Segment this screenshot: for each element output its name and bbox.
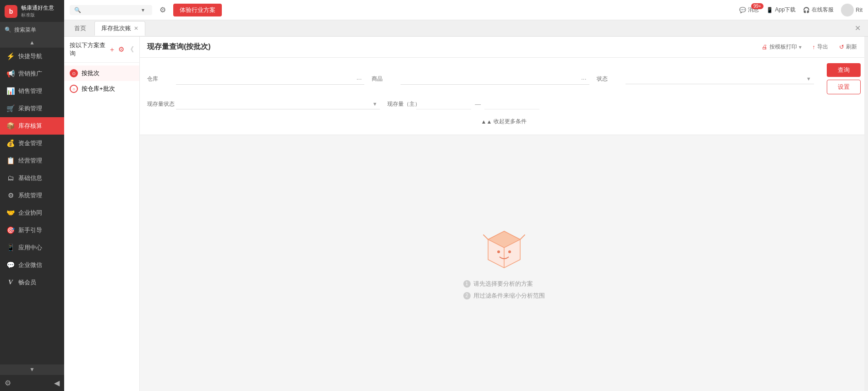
svg-line-5 — [483, 235, 488, 239]
plan-item-batch[interactable]: ⊙ 按批次 — [64, 65, 139, 81]
filter-action-buttons: 查询 设置 — [827, 63, 861, 94]
svg-point-3 — [497, 250, 500, 253]
sidebar-item-wechat[interactable]: 💬 企业微信 — [0, 256, 64, 274]
export-button[interactable]: ↑ 导出 — [809, 41, 832, 53]
collapse-filter-button[interactable]: ▲▲ 收起更多条件 — [147, 114, 861, 129]
inventory-status-arrow: ▼ — [372, 101, 377, 107]
scroll-down-button[interactable]: ▼ — [0, 364, 64, 375]
sidebar-item-member[interactable]: V 畅会员 — [0, 274, 64, 291]
close-panel-button[interactable]: ✕ — [851, 24, 864, 33]
search-menu-item[interactable]: 🔍 搜索菜单 — [0, 22, 64, 38]
collapse-filter-label: 收起更多条件 — [494, 118, 527, 125]
svg-point-4 — [508, 250, 511, 253]
print-button[interactable]: 🖨 按模板打印 ▾ — [758, 41, 805, 53]
scroll-up-button[interactable]: ▲ — [0, 38, 64, 48]
tab-close-button[interactable]: ✕ — [134, 25, 138, 32]
page-header: 现存量查询(按批次) 🖨 按模板打印 ▾ ↑ 导出 ↺ 刷新 — [140, 37, 868, 58]
topbar-right: 💬 消息 99+ 📱 App下载 🎧 在线客服 Rit — [739, 4, 863, 16]
wechat-label: 企业微信 — [18, 261, 42, 269]
sidebar-item-quick-nav[interactable]: ⚡ 快捷导航 — [0, 48, 64, 65]
plan-item-warehouse-batch[interactable]: ○ 按仓库+批次 — [64, 81, 139, 97]
export-icon: ↑ — [813, 43, 816, 50]
sidebar-item-purchase[interactable]: 🛒 采购管理 — [0, 100, 64, 117]
user-menu[interactable]: Rit — [841, 4, 863, 16]
sidebar-settings-button[interactable]: ⚙ — [5, 379, 11, 387]
sidebar-item-basic[interactable]: 🗂 基础信息 — [0, 169, 64, 187]
empty-tip-1: 1 请先选择要分析的方案 — [463, 280, 545, 288]
tip-text-2: 用过滤条件来缩小分析范围 — [473, 292, 545, 300]
refresh-icon: ↺ — [839, 43, 844, 50]
sidebar-item-inventory[interactable]: 📦 库存核算 — [0, 117, 64, 135]
main-area: 🔍 ▾ ⚙ 体验行业方案 💬 消息 99+ 📱 App下载 🎧 在线客服 — [64, 0, 868, 391]
warehouse-input[interactable] — [179, 76, 355, 82]
tab-home-label: 首页 — [74, 24, 86, 33]
query-button[interactable]: 查询 — [827, 63, 861, 77]
sidebar-item-finance[interactable]: 💰 资金管理 — [0, 135, 64, 152]
topbar-search-box[interactable]: 🔍 ▾ — [70, 5, 152, 15]
wechat-icon: 💬 — [6, 261, 15, 269]
inventory-qty-label: 现存量（主） — [387, 100, 412, 108]
message-button[interactable]: 💬 消息 99+ — [739, 6, 759, 14]
topbar-search-input[interactable] — [84, 7, 139, 13]
right-scrollbar[interactable] — [864, 37, 868, 391]
page-title: 现存量查询(按批次) — [147, 42, 211, 52]
plan-warehouse-batch-label: 按仓库+批次 — [82, 85, 115, 93]
avatar — [841, 4, 854, 16]
inventory-status-select[interactable]: 有库存 无库存 全部 — [179, 101, 372, 107]
sidebar-item-newcomer[interactable]: 🎯 新手引导 — [0, 222, 64, 239]
app-name: 畅康通好生意 — [21, 5, 54, 12]
sales-icon: 📊 — [6, 87, 15, 95]
topbar-search-icon: 🔍 — [74, 7, 81, 13]
collapse-panel-button[interactable]: 《 — [127, 45, 134, 54]
topbar-search-dropdown[interactable]: ▾ — [142, 7, 144, 13]
status-select[interactable]: 正常 停用 — [628, 76, 806, 82]
setup-button[interactable]: 设置 — [827, 80, 861, 94]
print-dropdown-icon: ▾ — [799, 44, 802, 50]
plan-settings-button[interactable]: ⚙ — [118, 45, 124, 54]
warehouse-label: 仓库 — [147, 75, 172, 83]
topbar-settings-button[interactable]: ⚙ — [156, 3, 170, 17]
sidebar-item-sales[interactable]: 📊 销售管理 — [0, 82, 64, 100]
warehouse-input-box: ··· — [176, 73, 364, 85]
sidebar-item-system[interactable]: ⚙ 系统管理 — [0, 187, 64, 204]
experience-button[interactable]: 体验行业方案 — [173, 4, 222, 16]
tab-home[interactable]: 首页 — [68, 22, 93, 35]
product-filter-group: 商品 ··· — [372, 73, 589, 85]
status-filter-group: 状态 正常 停用 ▼ — [597, 74, 814, 84]
purchase-icon: 🛒 — [6, 104, 15, 113]
page-area: 按以下方案查询 ＋ ⚙ 《 ⊙ 按批次 ○ 按仓库+批次 — [64, 37, 868, 391]
warehouse-more-icon[interactable]: ··· — [357, 75, 362, 82]
newcomer-icon: 🎯 — [6, 226, 15, 234]
quick-nav-icon: ⚡ — [6, 52, 15, 60]
marketing-icon: 📢 — [6, 70, 15, 78]
print-icon: 🖨 — [762, 43, 768, 50]
basic-label: 基础信息 — [18, 174, 42, 182]
sidebar-item-operations[interactable]: 📋 经营管理 — [0, 152, 64, 169]
product-more-icon[interactable]: ··· — [581, 75, 587, 82]
system-label: 系统管理 — [18, 191, 42, 200]
sidebar-item-apps[interactable]: 📱 应用中心 — [0, 239, 64, 256]
page-header-actions: 🖨 按模板打印 ▾ ↑ 导出 ↺ 刷新 — [758, 41, 861, 53]
warehouse-filter-group: 仓库 ··· — [147, 73, 364, 85]
product-input[interactable] — [403, 76, 579, 82]
inventory-qty-max-input[interactable] — [484, 99, 539, 109]
app-download-button[interactable]: 📱 App下载 — [766, 6, 796, 14]
apps-label: 应用中心 — [18, 244, 42, 252]
sidebar-collapse-button[interactable]: ◀ — [54, 379, 60, 387]
inventory-qty-min-input[interactable] — [416, 99, 471, 109]
tip-num-2: 2 — [463, 292, 471, 299]
online-service-label: 在线客服 — [812, 6, 834, 14]
refresh-button[interactable]: ↺ 刷新 — [835, 41, 861, 53]
marketing-label: 营销推广 — [18, 70, 42, 78]
tab-inventory-batch[interactable]: 库存批次账 ✕ — [94, 21, 145, 36]
sidebar-header: b 畅康通好生意 标准版 — [0, 0, 64, 22]
inventory-status-filter-group: 现存量状态 有库存 无库存 全部 ▼ — [147, 99, 380, 109]
apps-icon: 📱 — [6, 244, 15, 252]
add-plan-button[interactable]: ＋ — [109, 45, 115, 54]
online-service-button[interactable]: 🎧 在线客服 — [803, 6, 834, 14]
sidebar: b 畅康通好生意 标准版 🔍 搜索菜单 ▲ ⚡ 快捷导航 📢 营销推广 📊 销售… — [0, 0, 64, 391]
product-input-box: ··· — [401, 73, 589, 85]
inventory-qty-filter-group: 现存量（主） — — [387, 99, 620, 109]
sidebar-item-enterprise[interactable]: 🤝 企业协同 — [0, 204, 64, 222]
sidebar-item-marketing[interactable]: 📢 营销推广 — [0, 65, 64, 82]
